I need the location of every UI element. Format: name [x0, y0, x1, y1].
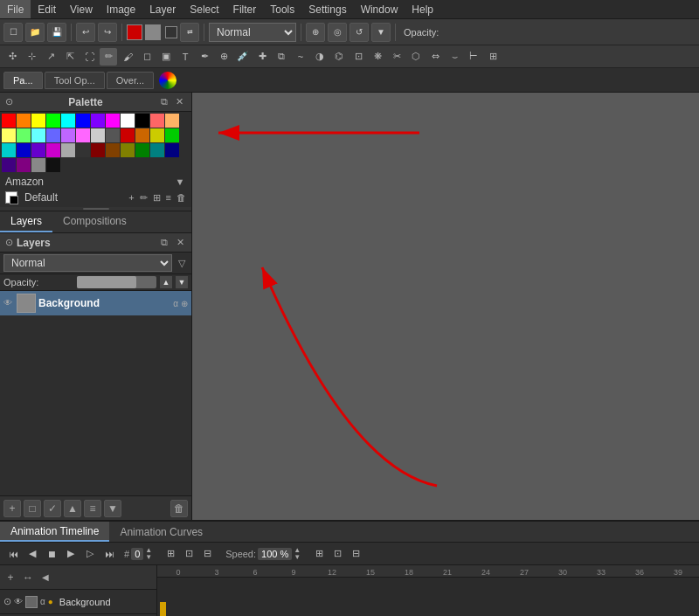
play-button[interactable]: ▶ [63, 546, 79, 562]
tool-heal[interactable]: ✚ [253, 48, 271, 66]
tool-dodge[interactable]: ◑ [311, 48, 329, 66]
prev-frame-button[interactable]: ◀ [24, 546, 40, 562]
tool-crop[interactable]: ⛶ [80, 48, 98, 66]
save-button[interactable]: 💾 [47, 23, 66, 42]
color-cell[interactable] [165, 128, 179, 142]
color-cell[interactable] [17, 158, 31, 172]
palette-maximize-icon[interactable]: ⧉ [158, 96, 170, 108]
palette-list-icon[interactable]: ≡ [166, 192, 171, 204]
menu-edit[interactable]: Edit [31, 0, 63, 18]
loop-icon[interactable]: ⊞ [163, 546, 178, 562]
palette-edit-icon[interactable]: ✏ [140, 192, 148, 204]
tool-measure[interactable]: ⊢ [465, 48, 482, 66]
opacity-down-btn[interactable]: ▼ [176, 276, 188, 288]
swap-colors-button[interactable]: ⇄ [180, 23, 199, 42]
opacity-up-btn[interactable]: ▲ [160, 276, 172, 288]
tool-rect-select[interactable]: ⊡ [350, 48, 367, 66]
color-cell[interactable] [61, 143, 75, 157]
palette-grid-icon[interactable]: ⊞ [153, 192, 161, 204]
color-cell[interactable] [76, 114, 90, 128]
color-cell[interactable] [165, 114, 179, 128]
mode-dropdown[interactable]: Normal [209, 23, 296, 42]
color-cell[interactable] [135, 114, 149, 128]
tool-rotate[interactable]: ↗ [42, 48, 59, 66]
tool-fill[interactable]: ▣ [157, 48, 175, 66]
menu-help[interactable]: Help [405, 0, 440, 18]
color-cell[interactable] [121, 128, 135, 142]
tool-perspective[interactable]: ⬡ [407, 48, 425, 66]
tab-tool-options[interactable]: Tool Op... [45, 72, 105, 89]
layers-filter-icon[interactable]: ▽ [176, 257, 188, 269]
color-cell[interactable] [135, 143, 149, 157]
redo-button[interactable]: ↪ [98, 23, 117, 42]
color-cell[interactable] [31, 143, 45, 157]
animation-timeline-tab[interactable]: Animation Timeline [0, 522, 109, 542]
play-once-button[interactable]: ▷ [82, 546, 98, 562]
color-cell[interactable] [17, 143, 31, 157]
layer-visibility-icon[interactable]: 👁 [3, 298, 14, 308]
color-cell[interactable] [135, 128, 149, 142]
color-cell[interactable] [2, 128, 16, 142]
tool-flip[interactable]: ⇔ [426, 48, 444, 66]
color-cell[interactable] [150, 128, 164, 142]
undo-button[interactable]: ↩ [76, 23, 95, 42]
color-cell[interactable] [106, 114, 120, 128]
speed-down[interactable]: ▼ [294, 554, 301, 561]
color-cell[interactable] [46, 128, 60, 142]
color-cell[interactable] [17, 128, 31, 142]
color-cell[interactable] [165, 143, 179, 157]
timeline-view-1[interactable]: ⊞ [311, 546, 327, 562]
tool-fuzzy-select[interactable]: ❋ [369, 48, 386, 66]
timeline-position-marker[interactable] [160, 602, 166, 616]
tool-3[interactable]: ↺ [350, 23, 369, 42]
menu-view[interactable]: View [63, 0, 100, 18]
timeline-move-btn[interactable]: ↔ [21, 571, 35, 585]
tool-free-select[interactable]: ⌬ [330, 48, 348, 66]
layers-close-icon[interactable]: ✕ [174, 237, 186, 249]
tool-eyedropper[interactable]: 💉 [234, 48, 252, 66]
color-cell[interactable] [31, 158, 45, 172]
color-cell[interactable] [76, 128, 90, 142]
menu-file[interactable]: File [0, 0, 31, 18]
track-eye-icon[interactable]: 👁 [14, 597, 23, 606]
color-cell[interactable] [106, 128, 120, 142]
color-cell[interactable] [91, 128, 105, 142]
color-cell[interactable] [61, 114, 75, 128]
tool-clone[interactable]: ⧉ [273, 48, 290, 66]
tool-pencil[interactable]: ✏ [100, 48, 117, 66]
tool-smudge[interactable]: ~ [292, 48, 309, 66]
timeline-view-2[interactable]: ⊡ [329, 546, 345, 562]
layers-tab[interactable]: Layers [0, 211, 52, 232]
loop-icon2[interactable]: ⊡ [181, 546, 197, 562]
color-cell[interactable] [46, 158, 60, 172]
color-cell[interactable] [150, 143, 164, 157]
tool-path[interactable]: ✒ [196, 48, 213, 66]
tool-text[interactable]: T [176, 48, 194, 66]
menu-window[interactable]: Window [354, 0, 405, 18]
tool-zoom[interactable]: ⊕ [215, 48, 232, 66]
color-cell[interactable] [46, 143, 60, 157]
layer-down-button[interactable]: ▼ [104, 500, 121, 517]
new-layer-button[interactable]: + [3, 500, 21, 517]
timeline-add-btn[interactable]: + [3, 571, 17, 585]
tool-align[interactable]: ⊞ [484, 48, 502, 66]
open-button[interactable]: 📁 [25, 23, 45, 42]
tool-2[interactable]: ◎ [328, 23, 347, 42]
track-expand-icon[interactable]: ⊙ [3, 596, 11, 607]
opacity-slider-track[interactable] [77, 276, 156, 288]
loop-icon3[interactable]: ⊟ [199, 546, 215, 562]
color-cell[interactable] [31, 128, 45, 142]
background-color[interactable] [145, 24, 161, 40]
menu-layer[interactable]: Layer [142, 0, 183, 18]
color-cell[interactable] [2, 158, 16, 172]
palette-close-icon[interactable]: ✕ [174, 96, 186, 108]
menu-select[interactable]: Select [183, 0, 225, 18]
color-cell[interactable] [61, 128, 75, 142]
menu-image[interactable]: Image [100, 0, 142, 18]
layer-up-button[interactable]: ▲ [64, 500, 81, 517]
layer-background[interactable]: 👁 Background α ⊕ [0, 291, 191, 315]
tool-move[interactable]: ⊹ [23, 48, 40, 66]
go-to-start-button[interactable]: ⏮ [5, 546, 21, 562]
tool-select[interactable]: ✣ [3, 48, 21, 66]
color-cell[interactable] [121, 143, 135, 157]
